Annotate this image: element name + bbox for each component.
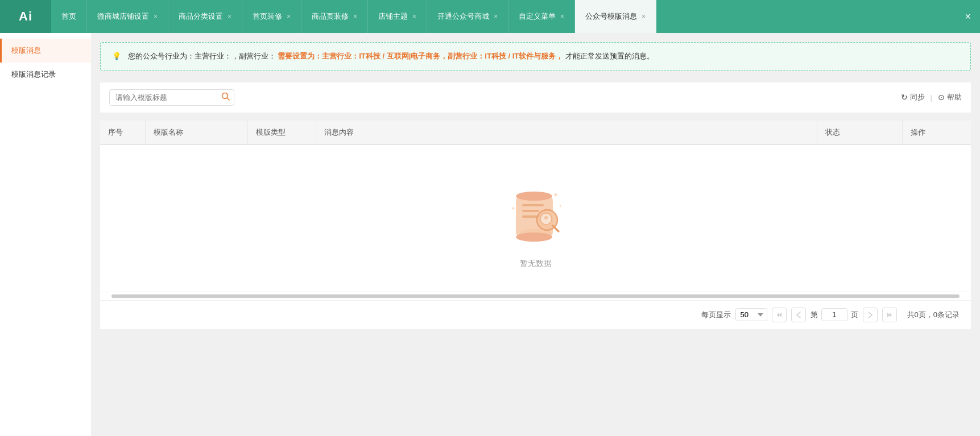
next-page-button[interactable] (863, 308, 878, 322)
table-wrap: 序号模版名称模版类型消息内容状态操作 (100, 121, 971, 329)
divider: | (931, 93, 932, 102)
nav-tab-label: 首页装修 (253, 11, 282, 22)
sync-icon: ↻ (901, 93, 908, 102)
nav-tab-home[interactable]: 首页 (51, 0, 87, 33)
table-col-content: 消息内容 (316, 121, 817, 144)
empty-state: ✦ ✦ ✦ 暂无数据 (100, 145, 971, 292)
close-icon[interactable]: × (353, 13, 357, 20)
search-actions: ↻ 同步 | ⊙ 帮助 (901, 92, 962, 102)
search-bar: ↻ 同步 | ⊙ 帮助 (100, 82, 971, 113)
page-size-select[interactable]: 102050100 (735, 308, 767, 321)
notice-banner: 💡 您的公众号行业为：主营行业：，副营行业： 需要设置为：主营行业：IT科技 /… (100, 42, 971, 71)
table-col-status: 状态 (817, 121, 903, 144)
nav-tab-label: 首页 (61, 11, 76, 22)
close-icon[interactable]: × (494, 13, 498, 20)
close-icon[interactable]: × (154, 13, 158, 20)
pagination: 每页显示 102050100 第 页 (100, 300, 971, 329)
logo-text: Ai (19, 9, 32, 24)
main-layout: 模版消息模版消息记录 💡 您的公众号行业为：主营行业：，副营行业： 需要设置为：… (0, 33, 980, 436)
sidebar-item-label: 模版消息记录 (11, 70, 56, 78)
page-label: 第 (811, 310, 818, 320)
sidebar-item-label: 模版消息 (11, 46, 41, 55)
content-area: 💡 您的公众号行业为：主营行业：，副营行业： 需要设置为：主营行业：IT科技 /… (91, 33, 980, 436)
page-input-wrap: 第 页 (811, 308, 858, 321)
nav-tab-label: 商品分类设置 (179, 11, 223, 22)
svg-rect-6 (522, 204, 544, 206)
empty-illustration: ✦ ✦ ✦ (502, 179, 570, 247)
nav-tab-product-decoration[interactable]: 商品页装修× (301, 0, 368, 33)
nav-tab-template-message[interactable]: 公众号模版消息× (575, 0, 656, 33)
search-input[interactable] (109, 89, 234, 106)
svg-text:✦: ✦ (511, 205, 515, 211)
nav-tab-store-theme[interactable]: 店铺主题× (368, 0, 427, 33)
help-label: 帮助 (947, 92, 962, 102)
svg-text:✦: ✦ (553, 191, 559, 199)
search-button[interactable] (221, 92, 230, 102)
nav-tab-category-settings[interactable]: 商品分类设置× (168, 0, 242, 33)
sync-button[interactable]: ↻ 同步 (901, 92, 925, 102)
close-icon[interactable]: × (412, 13, 416, 20)
sidebar-item-template-message-record[interactable]: 模版消息记录 (0, 63, 91, 86)
svg-point-12 (544, 216, 548, 219)
nav-tab-label: 微商城店铺设置 (97, 11, 149, 22)
nav-tab-label: 公众号模版消息 (585, 11, 637, 22)
empty-text: 暂无数据 (520, 259, 552, 269)
sidebar: 模版消息模版消息记录 (0, 33, 91, 436)
sidebar-item-template-message[interactable]: 模版消息 (0, 39, 91, 63)
page-size-label: 每页显示 (701, 310, 731, 320)
notice-text-suffix: 才能正常发送预置的消息。 (565, 52, 654, 60)
close-icon[interactable]: × (560, 13, 564, 20)
scrollbar-row (100, 292, 971, 300)
prev-page-button[interactable] (791, 308, 806, 322)
table-header: 序号模版名称模版类型消息内容状态操作 (100, 121, 971, 145)
search-input-wrap (109, 89, 234, 106)
svg-rect-7 (522, 210, 539, 212)
bulb-icon: 💡 (112, 52, 121, 60)
nav-tab-label: 自定义菜单 (519, 11, 556, 22)
page-unit: 页 (851, 310, 858, 320)
nav-tab-label: 店铺主题 (378, 11, 408, 22)
close-icon[interactable]: × (642, 13, 646, 20)
table-col-index: 序号 (100, 121, 146, 144)
close-icon[interactable]: × (228, 13, 231, 20)
page-input[interactable] (821, 308, 847, 321)
fake-scrollbar[interactable] (111, 294, 960, 298)
table-col-actions: 操作 (903, 121, 971, 144)
svg-text:✦: ✦ (559, 204, 563, 209)
notice-highlight: 需要设置为：主营行业：IT科技 / 互联网|电子商务，副营行业：IT科技 / I… (278, 52, 563, 60)
nav-tab-open-mall[interactable]: 开通公众号商城× (427, 0, 508, 33)
help-button[interactable]: ⊙ 帮助 (938, 92, 962, 102)
first-page-button[interactable] (772, 308, 787, 322)
nav-tab-label: 开通公众号商城 (437, 11, 489, 22)
svg-line-1 (228, 98, 230, 101)
top-nav: Ai 首页微商城店铺设置×商品分类设置×首页装修×商品页装修×店铺主题×开通公众… (0, 0, 980, 33)
svg-point-5 (516, 232, 552, 242)
svg-point-4 (516, 192, 552, 201)
notice-text-prefix: 您的公众号行业为：主营行业：，副营行业： (128, 52, 276, 60)
help-icon: ⊙ (938, 93, 945, 102)
page-total: 共0页，0条记录 (907, 310, 960, 320)
logo: Ai (0, 0, 51, 33)
table-col-type: 模版类型 (248, 121, 316, 144)
close-icon[interactable]: × (287, 13, 291, 20)
nav-tabs: 首页微商城店铺设置×商品分类设置×首页装修×商品页装修×店铺主题×开通公众号商城… (51, 0, 956, 33)
nav-tab-label: 商品页装修 (312, 11, 349, 22)
nav-tab-custom-menu[interactable]: 自定义菜单× (508, 0, 575, 33)
sync-label: 同步 (910, 92, 925, 102)
table-col-name: 模版名称 (146, 121, 248, 144)
close-all-button[interactable]: × (956, 0, 980, 33)
nav-tab-home-decoration[interactable]: 首页装修× (242, 0, 301, 33)
last-page-button[interactable] (882, 308, 897, 322)
nav-tab-shop-settings[interactable]: 微商城店铺设置× (87, 0, 168, 33)
